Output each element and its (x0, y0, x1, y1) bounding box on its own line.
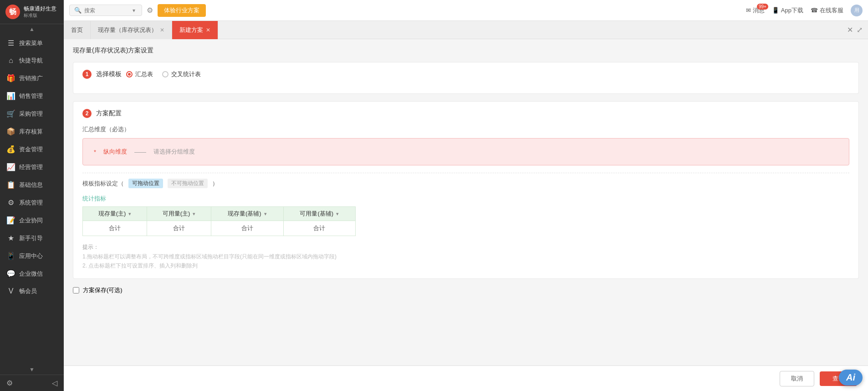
vertical-dim-label: 纵向维度 (103, 148, 127, 156)
step2-card: 2 方案配置 汇总维度（必选） * 纵向维度 —— 请选择分组维度 模板指标设定… (73, 101, 859, 279)
save-checkbox[interactable] (73, 287, 79, 293)
close-panel-icon[interactable]: ✕ (847, 26, 853, 34)
radio-summary-label: 汇总表 (135, 70, 153, 78)
col-available-aux-label: 可用量(基辅) (300, 210, 333, 218)
sidebar-item-operations[interactable]: 📈 经营管理 (0, 158, 64, 176)
footer-bar: 取消 查询 (64, 365, 868, 391)
message-icon: ✉ (746, 7, 751, 14)
sidebar-item-label: 畅会员 (19, 287, 37, 295)
sidebar-item-new-guide[interactable]: ★ 新手引导 (0, 229, 64, 247)
sidebar-item-label: 搜索菜单 (19, 39, 43, 47)
main-area: 🔍 ▾ ⚙ 体验行业方案 ✉ 消息 99+ 📱 App下载 ☎ 在线客服 用 (64, 0, 868, 391)
sidebar-item-finance[interactable]: 💰 资金管理 (0, 140, 64, 158)
box-icon: 📦 (6, 127, 15, 136)
search-menu-icon: ☰ (6, 39, 15, 47)
volume-icon[interactable]: ◁ (52, 379, 57, 387)
radio-summary-circle (126, 71, 133, 77)
topbar-gear-icon[interactable]: ⚙ (147, 6, 153, 15)
sidebar-item-member[interactable]: V 畅会员 (0, 283, 64, 300)
ai-badge[interactable]: Ai (839, 370, 863, 386)
app-download-btn[interactable]: 📱 App下载 (772, 6, 803, 15)
user-avatar-btn[interactable]: 用 (851, 5, 863, 16)
sidebar-item-label: 基础信息 (19, 181, 43, 189)
sidebar-item-label: 系统管理 (19, 199, 43, 207)
template-radio-group: 汇总表 交叉统计表 (126, 70, 201, 78)
messages-btn[interactable]: ✉ 消息 99+ (746, 6, 765, 15)
sidebar-logo: 畅 畅康通好生意 标准版 (0, 0, 64, 24)
tab-home[interactable]: 首页 (64, 21, 91, 39)
tab-inventory-close-icon[interactable]: ✕ (160, 27, 164, 33)
sidebar-scroll-up[interactable]: ▲ (0, 24, 64, 34)
tips-item-1: 1.拖动标题栏可以调整布局，不可跨维度或指标区域拖动栏目字段(只能在同一维度或指… (82, 253, 849, 261)
expand-panel-icon[interactable]: ⤢ (857, 26, 863, 34)
save-row: 方案保存(可选) (73, 286, 859, 294)
dimension-selector-box[interactable]: * 纵向维度 —— 请选择分组维度 (82, 138, 849, 165)
col-available-aux: 可用量(基辅) ▾ (283, 207, 355, 221)
company-icon: 📝 (6, 216, 15, 225)
summary-dimension-label: 汇总维度（必选） (82, 125, 849, 134)
radio-summary[interactable]: 汇总表 (126, 70, 153, 78)
sidebar-item-label: 采购管理 (19, 110, 43, 118)
dim-placeholder: 请选择分组维度 (153, 148, 195, 156)
sidebar-item-label: 营销推广 (19, 74, 43, 82)
col-current-aux: 现存量(基辅) ▾ (211, 207, 283, 221)
sidebar-item-label: 新手引导 (19, 234, 43, 242)
sidebar-item-inventory[interactable]: 📦 库存核算 (0, 123, 64, 140)
settings-icon[interactable]: ⚙ (6, 379, 13, 387)
col-available-aux-chevron[interactable]: ▾ (336, 211, 339, 217)
dim-dash: —— (134, 149, 146, 155)
app-icon: 📱 (772, 7, 779, 14)
tab-new-scheme-close-icon[interactable]: ✕ (206, 27, 210, 33)
radio-cross[interactable]: 交叉统计表 (162, 70, 201, 78)
col-available-main-label: 可用量(主) (163, 210, 190, 218)
sidebar-item-sales[interactable]: 📊 销售管理 (0, 87, 64, 105)
save-label: 方案保存(可选) (83, 286, 123, 294)
tabbar: 首页 现存量（库存状况表） ✕ 新建方案 ✕ ✕ ⤢ (64, 21, 868, 39)
tab-new-scheme[interactable]: 新建方案 ✕ (172, 21, 218, 39)
sidebar-item-wechat[interactable]: 💬 企业微信 (0, 265, 64, 283)
search-box[interactable]: 🔍 ▾ (69, 5, 142, 16)
app-label: App下载 (781, 6, 803, 15)
sidebar-item-system[interactable]: ⚙ 系统管理 (0, 194, 64, 211)
trial-btn[interactable]: 体验行业方案 (158, 4, 206, 17)
sidebar-item-search-menu[interactable]: ☰ 搜索菜单 (0, 34, 64, 52)
sidebar: 畅 畅康通好生意 标准版 ▲ ☰ 搜索菜单 ⌂ 快捷导航 🎁 营销推广 📊 销售… (0, 0, 64, 391)
cell-available-aux-sub: 合计 (283, 221, 355, 236)
sidebar-item-basic-info[interactable]: 📋 基础信息 (0, 176, 64, 194)
sidebar-item-quick-nav[interactable]: ⌂ 快捷导航 (0, 52, 64, 69)
tabbar-actions: ✕ ⤢ (842, 26, 868, 34)
tab-inventory-status[interactable]: 现存量（库存状况表） ✕ (91, 21, 172, 39)
home-icon: ⌂ (6, 57, 15, 65)
search-input[interactable] (84, 7, 130, 14)
col-current-main-chevron[interactable]: ▾ (128, 211, 131, 217)
wechat-icon: 💬 (6, 269, 15, 278)
app-name: 畅康通好生意 (24, 5, 56, 13)
col-current-aux-chevron[interactable]: ▾ (264, 211, 267, 217)
no-drag-badge: 不可拖动位置 (168, 179, 208, 188)
sidebar-item-app-center[interactable]: 📱 应用中心 (0, 247, 64, 265)
service-icon: ☎ (811, 7, 818, 14)
cancel-button[interactable]: 取消 (780, 371, 814, 386)
step2-num: 2 (82, 109, 92, 118)
sidebar-scroll-down[interactable]: ▼ (0, 365, 64, 375)
sidebar-item-label: 企业协同 (19, 216, 43, 225)
stats-header-row: 现存量(主) ▾ 可用量(主) ▾ 现存量(基辅 (83, 207, 356, 221)
indicator-settings: 模板指标设定（ 可拖动位置 不可拖动位置 ） (82, 179, 849, 188)
col-available-main-chevron[interactable]: ▾ (193, 211, 195, 217)
col-current-main: 现存量(主) ▾ (83, 207, 147, 221)
cell-current-aux-sub: 合计 (211, 221, 283, 236)
step2-header: 2 方案配置 (82, 109, 849, 118)
search-icon: 🔍 (74, 7, 82, 14)
tips-title: 提示： (82, 243, 849, 251)
sidebar-item-label: 库存核算 (19, 128, 43, 136)
search-dropdown-icon[interactable]: ▾ (133, 7, 135, 14)
sidebar-item-company[interactable]: 📝 企业协同 (0, 211, 64, 229)
topbar: 🔍 ▾ ⚙ 体验行业方案 ✉ 消息 99+ 📱 App下载 ☎ 在线客服 用 (64, 0, 868, 21)
sidebar-item-marketing[interactable]: 🎁 营销推广 (0, 69, 64, 87)
indicator-label-suffix: ） (212, 180, 218, 188)
sidebar-item-purchase[interactable]: 🛒 采购管理 (0, 105, 64, 123)
sidebar-item-label: 销售管理 (19, 92, 43, 100)
online-service-btn[interactable]: ☎ 在线客服 (811, 6, 843, 15)
sidebar-nav: ☰ 搜索菜单 ⌂ 快捷导航 🎁 营销推广 📊 销售管理 🛒 采购管理 📦 库存核… (0, 34, 64, 365)
cart-icon: 🛒 (6, 109, 15, 118)
